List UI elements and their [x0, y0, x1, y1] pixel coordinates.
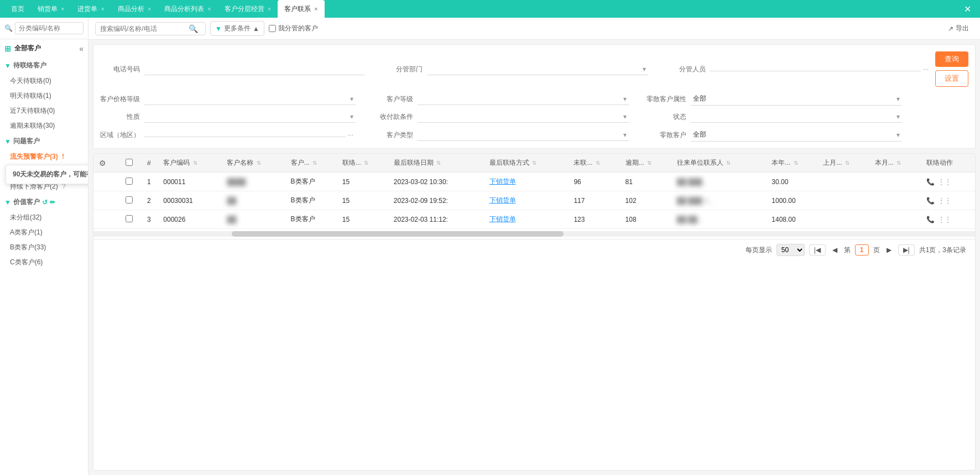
row-type-1: B类客户: [288, 191, 339, 210]
row-lastmethod-0[interactable]: 下销货单: [486, 173, 571, 191]
customer-level-select[interactable]: ▾: [418, 93, 629, 105]
checkbox-column-header[interactable]: [122, 154, 144, 173]
sidebar-item-overdue[interactable]: 逾期未联络(30): [0, 118, 88, 133]
more-action-icon[interactable]: ⋮⋮: [938, 178, 951, 186]
sort-icon-notcontacted: ⇅: [596, 160, 600, 166]
search-icon[interactable]: 🔍: [189, 24, 198, 33]
my-customers-checkbox[interactable]: [269, 25, 276, 32]
nav-product-analysis-close[interactable]: ×: [148, 6, 151, 12]
filter-region: 区域（地区） ···: [100, 131, 356, 140]
sidebar-search-input[interactable]: [15, 22, 84, 34]
nav-purchase-order[interactable]: 进货单 ×: [71, 0, 111, 18]
sidebar-all-customers[interactable]: ⊞ 全部客户 «: [0, 39, 88, 58]
sidebar-section-pending[interactable]: ▼ 待联络客户: [0, 58, 88, 74]
nav-product-analysis-list[interactable]: 商品分析列表 ×: [158, 0, 217, 18]
sidebar-item-today[interactable]: 今天待联络(0): [0, 74, 88, 88]
lastmonth-column-header[interactable]: 上月... ⇅: [820, 154, 871, 173]
sidebar-item-c-class[interactable]: C类客户(6): [0, 255, 88, 270]
nav-sales-order[interactable]: 销货单 ×: [31, 0, 71, 18]
nav-customer-contact-close[interactable]: ×: [314, 6, 317, 12]
status-select[interactable]: ▾: [691, 111, 902, 123]
nature-select[interactable]: ▾: [144, 111, 356, 123]
lastmethod-column-header[interactable]: 最后联络方式 ⇅: [486, 154, 571, 173]
row-action-0[interactable]: 📞⋮⋮: [923, 173, 975, 191]
more-action-icon[interactable]: ⋮⋮: [938, 216, 951, 223]
retail-customer-select[interactable]: 全部 ▾: [691, 128, 902, 142]
sidebar-item-b-class[interactable]: B类客户(33): [0, 240, 88, 255]
scrollbar-thumb[interactable]: [232, 231, 564, 237]
row-checkbox-2[interactable]: [122, 210, 144, 229]
region-dots[interactable]: ···: [346, 131, 356, 139]
sidebar-item-a-class[interactable]: A类客户(1): [0, 225, 88, 240]
edit-icon[interactable]: ✏: [50, 199, 55, 206]
phone-action-icon[interactable]: 📞: [926, 216, 935, 223]
export-button[interactable]: ↗ 导出: [943, 22, 973, 35]
my-customers-checkbox-label[interactable]: 我分管的客户: [269, 24, 318, 33]
churn-tooltip: 90天未交易的客户，可能有流失风险。: [6, 165, 88, 184]
manager-select[interactable]: [710, 67, 921, 71]
search-input[interactable]: [100, 25, 189, 33]
price-level-select[interactable]: ▾: [144, 93, 356, 105]
department-select[interactable]: ▾: [427, 64, 648, 75]
sidebar-section-problem[interactable]: ▼ 问题客户: [0, 133, 88, 149]
nav-sales-order-close[interactable]: ×: [61, 6, 64, 12]
prev-page-btn[interactable]: ◀: [830, 245, 840, 255]
section-arrow-value: ▼: [4, 199, 11, 206]
sidebar-section-value[interactable]: ▼ 价值客户 ↺ ✏: [0, 194, 88, 210]
phone-input[interactable]: [144, 64, 365, 75]
next-page-btn[interactable]: ▶: [884, 245, 894, 255]
nav-product-analysis[interactable]: 商品分析 ×: [111, 0, 158, 18]
settings-button[interactable]: 设置: [935, 70, 968, 87]
manager-dots[interactable]: ···: [921, 65, 931, 73]
main-layout: 🔍 ⊞ 全部客户 « ▼ 待联络客户 今天待联络(0) 明天待联络(1) 近7天…: [0, 18, 980, 475]
price-level-arrow: ▾: [350, 95, 353, 103]
row-lastmethod-1[interactable]: 下销货单: [486, 191, 571, 210]
nav-customer-tiering-close[interactable]: ×: [268, 6, 271, 12]
filter-retail-attr: 零散客户属性 全部 ▾: [647, 92, 902, 106]
first-page-btn[interactable]: |◀: [809, 244, 826, 255]
nav-home[interactable]: 首页: [4, 0, 31, 18]
sidebar-item-7days[interactable]: 近7天待联络(0): [0, 103, 88, 118]
thisyear-column-header[interactable]: 本年... ⇅: [768, 154, 820, 173]
row-checkbox-0[interactable]: [122, 173, 144, 191]
lastdate-column-header[interactable]: 最后联络日期 ⇅: [390, 154, 486, 173]
row-action-1[interactable]: 📞⋮⋮: [923, 191, 975, 210]
nav-purchase-order-close[interactable]: ×: [101, 6, 104, 12]
row-checkbox-1[interactable]: [122, 191, 144, 210]
more-conditions-button[interactable]: ▼ 更多条件 ▲: [210, 21, 264, 36]
horizontal-scrollbar[interactable]: [93, 231, 975, 237]
overdue-column-header[interactable]: 逾期... ⇅: [622, 154, 674, 173]
sidebar-item-tomorrow[interactable]: 明天待联络(1): [0, 88, 88, 103]
name-column-header[interactable]: 客户名称 ⇅: [223, 154, 287, 173]
row-action-2[interactable]: 📞⋮⋮: [923, 210, 975, 229]
type-column-header[interactable]: 客户... ⇅: [288, 154, 339, 173]
row-lastmethod-2[interactable]: 下销货单: [486, 210, 571, 229]
phone-action-icon[interactable]: 📞: [926, 197, 935, 205]
table-row: 2 00030031 ██ B类客户 15 2023-02-09 19:52: …: [93, 191, 975, 210]
phone-action-icon[interactable]: 📞: [926, 178, 935, 186]
nav-customer-tiering[interactable]: 客户分层经营 ×: [218, 0, 278, 18]
notcontacted-column-header[interactable]: 未联... ⇅: [570, 154, 622, 173]
settings-column-header[interactable]: ⚙: [93, 154, 122, 173]
select-all-checkbox[interactable]: [126, 159, 133, 166]
retail-attr-select[interactable]: 全部 ▾: [691, 92, 902, 106]
per-page-select[interactable]: 50 100: [776, 244, 805, 256]
filter-icon: ▼: [215, 25, 222, 33]
nav-product-analysis-list-close[interactable]: ×: [207, 6, 211, 12]
query-button[interactable]: 查询: [935, 51, 968, 67]
gear-icon[interactable]: ⚙: [97, 156, 108, 170]
payment-select[interactable]: ▾: [418, 111, 629, 123]
more-action-icon[interactable]: ⋮⋮: [938, 197, 951, 205]
last-page-btn[interactable]: ▶|: [898, 244, 915, 255]
window-close-button[interactable]: ✕: [960, 4, 976, 14]
unitcontact-column-header[interactable]: 往来单位联系人 ⇅: [674, 154, 769, 173]
nav-customer-contact[interactable]: 客户联系 ×: [278, 0, 324, 18]
customer-type-select[interactable]: ▾: [418, 129, 629, 141]
sidebar-item-churn-warning[interactable]: 流失预警客户(3) ! 90天未交易的客户，可能有流失风险。: [0, 149, 88, 164]
thismonth-column-header[interactable]: 本月... ⇅: [872, 154, 923, 173]
code-column-header[interactable]: 客户编码 ⇅: [160, 154, 223, 173]
refresh-icon[interactable]: ↺: [42, 199, 48, 206]
contact-column-header[interactable]: 联络... ⇅: [339, 154, 390, 173]
sidebar-item-ungrouped[interactable]: 未分组(32): [0, 210, 88, 225]
region-select[interactable]: [144, 133, 346, 137]
